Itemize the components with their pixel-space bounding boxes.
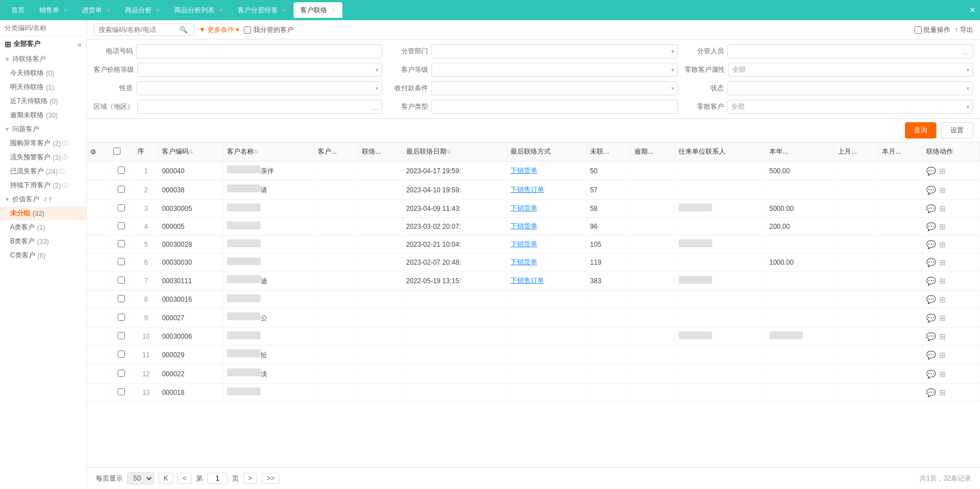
row-checkbox[interactable]: [118, 388, 125, 395]
sidebar-item-hoarding[interactable]: 囤购异常客户(2) ⓘ: [0, 136, 86, 150]
tab-product-analysis-list[interactable]: 商品分析列表 ×: [168, 2, 229, 18]
row-checkbox-cell[interactable]: [109, 327, 134, 345]
chat-icon[interactable]: 💬: [926, 258, 936, 267]
row-name[interactable]: 请: [223, 181, 314, 200]
close-all-btn[interactable]: ×: [969, 4, 976, 16]
row-last-method[interactable]: [507, 365, 586, 384]
batch-operations-btn[interactable]: 批量操作: [914, 25, 950, 35]
row-name[interactable]: 扯: [223, 345, 314, 365]
row-checkbox[interactable]: [118, 167, 125, 174]
value-group-header[interactable]: ▼ 价值客户 ↺ !: [0, 192, 86, 206]
chat-icon[interactable]: 💬: [926, 186, 936, 195]
tab-product-analysis-list-close[interactable]: ×: [219, 7, 222, 13]
row-name[interactable]: [223, 253, 314, 271]
filter-search-box[interactable]: 🔍: [94, 24, 194, 36]
tab-customer-contact-close[interactable]: ×: [332, 7, 335, 13]
tab-purchase-close[interactable]: ×: [106, 7, 110, 13]
page-number-input[interactable]: [207, 473, 227, 484]
last-method-link[interactable]: 下销货单: [510, 258, 537, 266]
grid-action-icon[interactable]: ⊞: [939, 295, 946, 304]
tab-product-analysis[interactable]: 商品分析 ×: [118, 2, 166, 18]
tab-sales[interactable]: 销售单 ×: [32, 2, 74, 18]
customer-type-input[interactable]: [431, 100, 677, 114]
sidebar-item-declining[interactable]: 持续下滑客户(2) ⓘ: [0, 178, 86, 192]
grid-action-icon[interactable]: ⊞: [939, 370, 946, 379]
row-last-method[interactable]: 下销货单: [507, 162, 586, 181]
chat-icon[interactable]: 💬: [926, 276, 936, 285]
grid-action-icon[interactable]: ⊞: [939, 350, 946, 359]
tab-purchase[interactable]: 进货单 ×: [75, 2, 117, 18]
chat-icon[interactable]: 💬: [926, 222, 936, 231]
tab-product-analysis-close[interactable]: ×: [156, 7, 160, 13]
retail-attr-input[interactable]: 全部 ▾: [728, 63, 973, 77]
row-last-method[interactable]: 下销货单: [507, 253, 586, 271]
row-name[interactable]: [223, 384, 314, 402]
row-last-method[interactable]: [507, 345, 586, 365]
payment-input[interactable]: ▾: [431, 81, 677, 95]
sidebar-item-today[interactable]: 今天待联络(0): [0, 66, 86, 80]
person-input[interactable]: …: [727, 44, 973, 58]
row-checkbox[interactable]: [118, 370, 125, 377]
reset-button[interactable]: 设置: [941, 122, 973, 139]
row-checkbox[interactable]: [118, 332, 125, 339]
price-level-input[interactable]: ▾: [137, 63, 382, 77]
grid-action-icon[interactable]: ⊞: [939, 204, 946, 213]
sidebar-search-bar[interactable]: 🔍: [0, 20, 86, 36]
sidebar-item-class-a[interactable]: A类客户(1): [0, 220, 86, 234]
row-name[interactable]: [223, 236, 314, 253]
dept-input[interactable]: ▾: [431, 44, 677, 58]
row-name[interactable]: [223, 200, 314, 218]
row-name[interactable]: [223, 290, 314, 308]
row-checkbox-cell[interactable]: [109, 181, 134, 200]
row-checkbox-cell[interactable]: [109, 384, 134, 402]
th-settings[interactable]: ⚙: [87, 142, 109, 162]
my-customers-check[interactable]: [244, 26, 251, 34]
tab-home[interactable]: 首页: [4, 2, 31, 18]
chat-icon[interactable]: 💬: [926, 167, 936, 176]
gender-input[interactable]: ▾: [136, 81, 382, 95]
row-name[interactable]: 迪: [223, 271, 314, 290]
last-method-link[interactable]: 下销售订单: [510, 276, 544, 284]
row-last-method[interactable]: [507, 308, 586, 327]
row-checkbox-cell[interactable]: [109, 236, 134, 253]
chat-icon[interactable]: 💬: [926, 295, 936, 304]
customer-level-input[interactable]: ▾: [431, 63, 677, 77]
last-method-link[interactable]: 下销售订单: [510, 186, 544, 193]
row-last-method[interactable]: [507, 327, 586, 345]
chat-icon[interactable]: 💬: [926, 370, 936, 379]
row-checkbox-cell[interactable]: [109, 200, 134, 218]
row-last-method[interactable]: 下销售订单: [507, 271, 586, 290]
row-last-method[interactable]: 下销货单: [507, 236, 586, 253]
last-method-link[interactable]: 下销货单: [510, 240, 537, 248]
sidebar-item-ungrouped[interactable]: 未分组(32): [0, 206, 86, 220]
grid-action-icon[interactable]: ⊞: [939, 240, 946, 249]
th-name[interactable]: 客户名称⇅: [223, 142, 314, 162]
grid-action-icon[interactable]: ⊞: [939, 332, 946, 341]
more-conditions-btn[interactable]: ▼ 更多条件 ▾: [199, 25, 239, 35]
row-checkbox-cell[interactable]: [109, 162, 134, 181]
first-page-btn[interactable]: K: [159, 473, 173, 484]
sidebar-item-overdue[interactable]: 逾期未联络(30): [0, 108, 86, 122]
row-checkbox-cell[interactable]: [109, 365, 134, 384]
batch-check[interactable]: [914, 26, 922, 34]
value-refresh-icon[interactable]: ↺: [43, 196, 47, 202]
tab-customer-segment[interactable]: 客户分层经客 ×: [231, 2, 292, 18]
export-btn[interactable]: ↑ 导出: [955, 25, 973, 35]
tab-customer-contact[interactable]: 客户联络 ×: [294, 2, 342, 18]
last-method-link[interactable]: 下销货单: [510, 167, 537, 174]
row-checkbox-cell[interactable]: [109, 271, 134, 290]
row-checkbox[interactable]: [118, 222, 125, 229]
chat-icon[interactable]: 💬: [926, 240, 936, 249]
row-checkbox[interactable]: [118, 350, 125, 358]
all-customers-header[interactable]: ⊞ 全部客户 «: [0, 36, 86, 52]
th-checkbox[interactable]: [109, 142, 134, 162]
per-page-select[interactable]: 50: [127, 472, 154, 485]
last-page-btn[interactable]: >>: [262, 473, 280, 484]
sidebar-item-7days[interactable]: 近7天待联络(0): [0, 94, 86, 108]
sidebar-search-input[interactable]: [4, 24, 87, 32]
retail-customer-input[interactable]: 全部 ▾: [727, 100, 973, 114]
row-checkbox[interactable]: [118, 204, 125, 211]
grid-action-icon[interactable]: ⊞: [939, 276, 946, 285]
sidebar-item-tomorrow[interactable]: 明天待联络(1): [0, 80, 86, 94]
row-checkbox[interactable]: [118, 276, 125, 284]
